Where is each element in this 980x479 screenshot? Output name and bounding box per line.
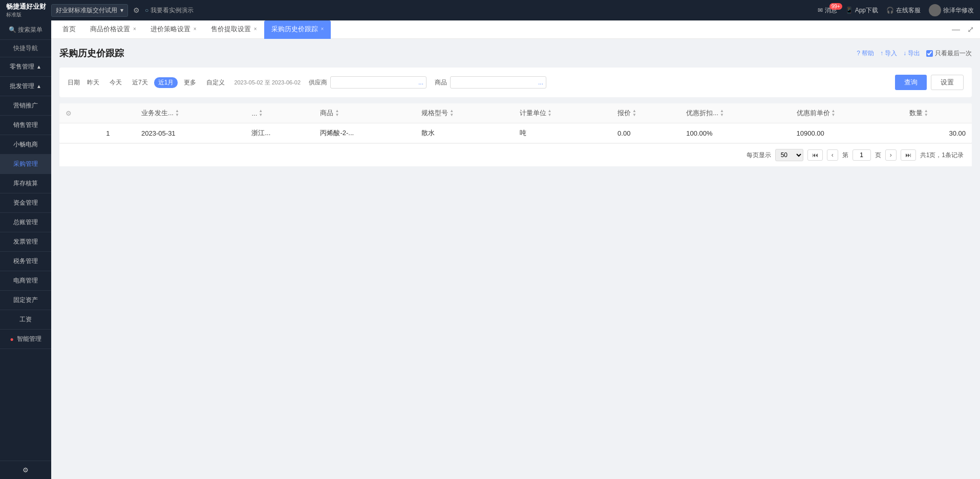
close-icon[interactable]: × bbox=[194, 26, 197, 32]
sidebar-item-retail[interactable]: 零售管理 ▲ bbox=[0, 57, 51, 77]
filter-buttons: 查询 设置 bbox=[895, 75, 964, 90]
app-download-button[interactable]: 📱 App下载 bbox=[845, 6, 878, 15]
message-button[interactable]: ✉ 消息 99+ bbox=[818, 6, 837, 15]
sidebar-item-label: 税务管理 bbox=[13, 257, 38, 266]
export-link[interactable]: ↓ 导出 bbox=[903, 49, 920, 58]
date-pill-custom[interactable]: 自定义 bbox=[202, 77, 229, 88]
sidebar-item-purchase[interactable]: 采购管理 bbox=[0, 155, 51, 174]
sort-discount[interactable]: 优惠折扣... ▲▼ bbox=[686, 108, 784, 118]
th-unit[interactable]: 计量单位 ▲▼ bbox=[514, 103, 611, 123]
user-button[interactable]: 徐泽华修改 bbox=[929, 4, 974, 16]
th-quantity[interactable]: 数量 ▲▼ bbox=[903, 103, 972, 123]
sidebar-item-finance[interactable]: 资金管理 bbox=[0, 193, 51, 213]
page-prev-btn[interactable]: ‹ bbox=[827, 149, 838, 161]
sidebar-item-fixed-assets[interactable]: 固定资产 bbox=[0, 291, 51, 310]
import-link[interactable]: ↑ 导入 bbox=[880, 49, 897, 58]
sidebar-search[interactable]: 🔍 搜索菜单 bbox=[0, 20, 51, 40]
close-icon[interactable]: × bbox=[254, 26, 257, 32]
sidebar-item-tax[interactable]: 税务管理 bbox=[0, 252, 51, 271]
content-area: 首页 商品价格设置 × 进价策略设置 × 售价提取设置 × 采购历史价跟踪 × … bbox=[51, 20, 980, 479]
th-col3[interactable]: ... ▲▼ bbox=[245, 103, 314, 123]
sidebar-item-inventory[interactable]: 库存核算 bbox=[0, 174, 51, 193]
sidebar-item-salary[interactable]: 工资 bbox=[0, 310, 51, 330]
sidebar-item-general-ledger[interactable]: 总账管理 bbox=[0, 213, 51, 232]
cell-biz-date: 2023-05-31 bbox=[135, 123, 245, 143]
message-badge: 99+ bbox=[829, 3, 842, 10]
th-product[interactable]: 商品 ▲▼ bbox=[314, 103, 415, 123]
sort-spec[interactable]: 规格型号 ▲▼ bbox=[421, 108, 507, 118]
sort-product[interactable]: 商品 ▲▼ bbox=[320, 108, 409, 118]
product-more-btn[interactable]: ... bbox=[538, 79, 543, 86]
tab-selling-strategy-label: 售价提取设置 bbox=[211, 25, 251, 34]
demo-button[interactable]: 我要看实例演示 bbox=[145, 6, 194, 15]
th-quote[interactable]: 报价 ▲▼ bbox=[611, 103, 680, 123]
sidebar-item-sales[interactable]: 销售管理 bbox=[0, 116, 51, 135]
app-name: 畅捷通好业财 bbox=[6, 3, 46, 11]
supplier-input[interactable] bbox=[330, 76, 427, 89]
sidebar-item-ecommerce-small[interactable]: 小畅电商 bbox=[0, 135, 51, 155]
date-pill-today[interactable]: 今天 bbox=[105, 77, 126, 88]
tab-price[interactable]: 商品价格设置 × bbox=[83, 20, 143, 39]
page-next-btn[interactable]: › bbox=[885, 149, 897, 161]
online-service-label: 在线客服 bbox=[896, 6, 921, 15]
sort-biz-date[interactable]: 业务发生... ▲▼ bbox=[141, 108, 239, 118]
sidebar-quicknav[interactable]: 快捷导航 bbox=[0, 40, 51, 57]
tab-purchase-strategy[interactable]: 进价策略设置 × bbox=[143, 20, 204, 39]
gear-icon[interactable]: ⚙ bbox=[66, 110, 72, 117]
th-label: 业务发生... bbox=[141, 108, 174, 118]
sidebar-item-smart[interactable]: ● 智能管理 bbox=[0, 330, 51, 349]
minimize-icon[interactable]: — bbox=[950, 23, 962, 36]
page-first-btn[interactable]: ⏮ bbox=[807, 149, 823, 161]
close-icon[interactable]: × bbox=[321, 26, 324, 32]
only-latest-checkbox[interactable]: 只看最后一次 bbox=[926, 49, 972, 58]
expand-icon: ▲ bbox=[36, 83, 41, 89]
date-pill-yesterday[interactable]: 昨天 bbox=[83, 77, 103, 88]
sort-unit[interactable]: 计量单位 ▲▼ bbox=[520, 108, 605, 118]
date-pill-last7days[interactable]: 近7天 bbox=[128, 77, 152, 88]
date-pill-more[interactable]: 更多 bbox=[180, 77, 200, 88]
expand-icon[interactable]: ⤢ bbox=[965, 23, 976, 36]
date-label: 日期 bbox=[68, 78, 80, 87]
sidebar-item-label: 智能管理 bbox=[17, 335, 41, 343]
sort-col3[interactable]: ... ▲▼ bbox=[251, 109, 308, 117]
tab-history-price[interactable]: 采购历史价跟踪 × bbox=[264, 20, 331, 39]
date-pill-last1month[interactable]: 近1月 bbox=[154, 77, 178, 88]
settings-icon[interactable]: ⚙ bbox=[133, 6, 140, 14]
avatar bbox=[929, 4, 941, 16]
sort-icon: ▲▼ bbox=[335, 109, 339, 117]
tab-selling-strategy[interactable]: 售价提取设置 × bbox=[204, 20, 264, 39]
th-biz-date[interactable]: 业务发生... ▲▼ bbox=[135, 103, 245, 123]
per-page-select[interactable]: 50 10 20 100 bbox=[775, 149, 803, 161]
sidebar-item-ecommerce[interactable]: 电商管理 bbox=[0, 271, 51, 291]
help-link[interactable]: ? 帮助 bbox=[857, 49, 874, 58]
sidebar-item-label: 工资 bbox=[19, 315, 32, 324]
product-select[interactable]: 好业财标准版交付试用 ▾ bbox=[51, 4, 128, 17]
th-gear[interactable]: ⚙ bbox=[59, 103, 100, 123]
supplier-label: 供应商 bbox=[309, 78, 327, 87]
sidebar-item-wholesale[interactable]: 批发管理 ▲ bbox=[0, 77, 51, 96]
sidebar-item-invoice[interactable]: 发票管理 bbox=[0, 232, 51, 252]
sidebar-bottom-settings[interactable]: ⚙ bbox=[0, 461, 51, 479]
cell-index: 1 bbox=[100, 123, 135, 143]
page-last-btn[interactable]: ⏭ bbox=[901, 149, 916, 161]
sidebar-item-label: 营销推广 bbox=[13, 101, 38, 110]
tab-home[interactable]: 首页 bbox=[55, 20, 83, 39]
close-icon[interactable]: × bbox=[133, 26, 136, 32]
sort-quantity[interactable]: 数量 ▲▼ bbox=[909, 108, 966, 118]
th-label: ... bbox=[251, 110, 257, 117]
online-service-button[interactable]: 🎧 在线客服 bbox=[886, 6, 921, 15]
page-input[interactable] bbox=[853, 149, 871, 161]
sort-pre-discount-price[interactable]: 优惠前单价 ▲▼ bbox=[797, 108, 897, 118]
th-spec[interactable]: 规格型号 ▲▼ bbox=[415, 103, 513, 123]
only-latest-input[interactable] bbox=[926, 50, 933, 57]
query-button[interactable]: 查询 bbox=[895, 75, 927, 90]
sort-quote[interactable]: 报价 ▲▼ bbox=[617, 108, 674, 118]
settings-button[interactable]: 设置 bbox=[931, 75, 964, 90]
sidebar-item-marketing[interactable]: 营销推广 bbox=[0, 96, 51, 116]
sort-icon: ▲▼ bbox=[632, 109, 636, 117]
supplier-more-btn[interactable]: ... bbox=[418, 79, 423, 86]
th-pre-discount-price[interactable]: 优惠前单价 ▲▼ bbox=[791, 103, 903, 123]
product-input[interactable] bbox=[450, 76, 546, 89]
th-label: 优惠折扣... bbox=[686, 108, 718, 118]
th-discount[interactable]: 优惠折扣... ▲▼ bbox=[680, 103, 790, 123]
